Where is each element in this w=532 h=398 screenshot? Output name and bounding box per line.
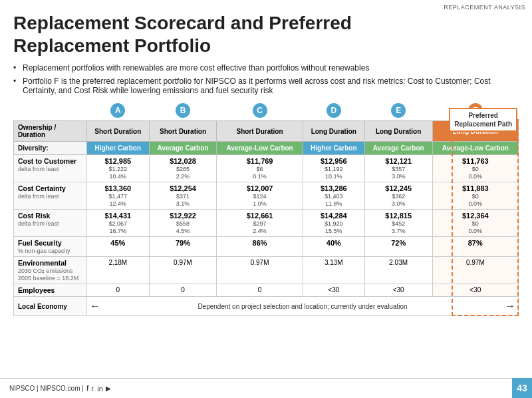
ownership-d: Long Duration xyxy=(303,121,364,142)
footer: NIPSCO | NIPSCO.com | f 𝕣 in ▶ 43 xyxy=(0,378,532,398)
cost-risk-label: Cost Risk xyxy=(18,212,50,220)
local-economy-row: Local Economy ← Dependent on project sel… xyxy=(14,297,519,316)
cost-risk-sublabel: delta from least xyxy=(18,220,59,227)
circle-b: B xyxy=(176,103,190,118)
diversity-f: Average-Low Carbon xyxy=(432,142,518,155)
cost-to-customer-sublabel: delta from least xyxy=(18,166,59,172)
fuel-security-row: Fuel Security % non-gas capacity 45% 79%… xyxy=(14,237,519,257)
cost-certainty-label: Cost Certainty xyxy=(18,184,66,192)
page-title: Replacement Scorecard and Preferred Repl… xyxy=(13,12,519,57)
diversity-row: Diversity: Higher Carbon Average Carbon … xyxy=(14,142,519,155)
diversity-d: Higher Carbon xyxy=(303,142,364,155)
footer-company: NIPSCO | NIPSCO.com | f 𝕣 in ▶ xyxy=(9,385,111,393)
local-economy-label: Local Economy xyxy=(14,297,87,316)
preferred-label: PreferredReplacement Path xyxy=(449,108,517,132)
circle-c: C xyxy=(253,103,267,118)
ownership-b: Short Duration xyxy=(149,121,217,142)
bullet-2: Portfolio F is the preferred replacement… xyxy=(13,77,519,95)
diversity-label: Diversity: xyxy=(14,142,87,155)
employees-label: Employees xyxy=(18,286,55,294)
bullet-1: Replacement portfolios with renewables a… xyxy=(13,63,519,73)
cost-to-customer-row: Cost to Customer delta from least $12,98… xyxy=(14,155,519,182)
employees-row: Employees 0 0 0 <30 <30 <30 xyxy=(14,284,519,297)
local-economy-text: Dependent on project selection and locat… xyxy=(103,303,502,310)
ownership-c: Short Duration xyxy=(217,121,303,142)
fuel-security-sublabel: % non-gas capacity xyxy=(18,248,70,254)
linkedin-icon: in xyxy=(97,385,103,393)
circle-letters-row: A B C D E F xyxy=(14,102,519,121)
diversity-b: Average Carbon xyxy=(149,142,217,155)
cost-risk-row: Cost Risk delta from least $14,431$2,067… xyxy=(14,210,519,237)
fuel-security-label: Fuel Security xyxy=(18,239,62,247)
cost-certainty-row: Cost Certainty delta from least $13,360$… xyxy=(14,182,519,210)
circle-e: E xyxy=(391,103,406,118)
circle-a: A xyxy=(110,103,125,118)
ownership-row: Ownership / Duration Short Duration Shor… xyxy=(14,121,519,142)
diversity-c: Average-Low Carbon xyxy=(217,142,303,155)
ownership-a: Short Duration xyxy=(87,121,150,142)
youtube-icon: ▶ xyxy=(106,385,111,392)
diversity-e: Average Carbon xyxy=(364,142,432,155)
environmental-label: Environmental xyxy=(18,259,66,267)
facebook-icon: f xyxy=(86,385,88,392)
environmental-sublabel: 2030 CO₂ emissions2005 baseline = 18.2M xyxy=(18,268,78,282)
top-label: REPLACEMENT ANALYSIS xyxy=(444,4,525,11)
cost-to-customer-label: Cost to Customer xyxy=(18,157,76,165)
circle-d: D xyxy=(327,103,341,118)
page-number: 43 xyxy=(512,378,532,398)
twitter-icon: 𝕣 xyxy=(91,385,94,392)
ownership-label: Ownership / Duration xyxy=(14,121,87,142)
cost-certainty-sublabel: delta from least xyxy=(18,193,59,200)
diversity-a: Higher Carbon xyxy=(87,142,150,155)
environmental-row: Environmental 2030 CO₂ emissions2005 bas… xyxy=(14,257,519,284)
ownership-e: Long Duration xyxy=(364,121,432,142)
